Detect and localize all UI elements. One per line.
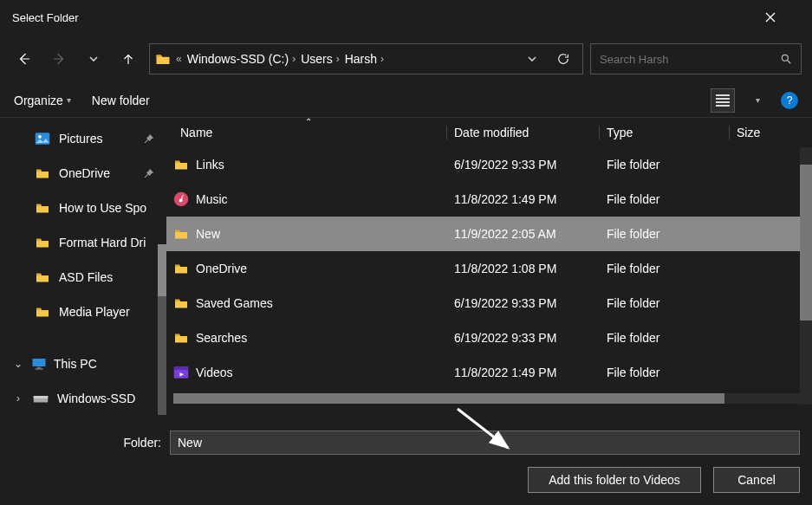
column-headers: ⌃ Name Date modified Type Size [166, 118, 812, 147]
chevron-down-icon[interactable]: ⌄ [12, 358, 24, 370]
file-list: ⌃ Name Date modified Type Size Links6/19… [166, 118, 812, 422]
content-area: PicturesOneDriveHow to Use SpoFormat Har… [0, 118, 812, 422]
vertical-scrollbar[interactable] [800, 147, 812, 405]
column-header-name[interactable]: Name [166, 126, 447, 139]
file-type: File folder [600, 262, 730, 275]
file-type: File folder [600, 192, 730, 206]
folder-icon [35, 202, 50, 214]
address-bar[interactable]: « Windows-SSD (C:)› Users› Harsh› [149, 43, 583, 74]
view-mode-dropdown[interactable]: ▾ [756, 95, 760, 105]
cancel-button[interactable]: Cancel [713, 467, 800, 493]
sidebar-label: Pictures [59, 132, 103, 146]
file-name: Saved Games [196, 296, 273, 310]
sidebar-label: Format Hard Dri [59, 236, 146, 249]
folder-icon [173, 159, 189, 171]
address-history-dropdown[interactable] [520, 54, 544, 64]
folder-icon [35, 271, 50, 283]
file-date: 11/8/2022 1:49 PM [447, 192, 600, 206]
toolbar: Organize ▾ New folder ▾ ? [0, 83, 812, 118]
sidebar-item[interactable]: Media Player [0, 295, 166, 329]
window-title: Select Folder [12, 11, 79, 24]
breadcrumb-item[interactable]: Users› [301, 52, 340, 66]
file-type: File folder [600, 296, 730, 310]
folder-icon [173, 262, 189, 275]
pin-icon [144, 133, 154, 144]
sidebar-item[interactable]: Format Hard Dri [0, 225, 166, 260]
file-type: File folder [600, 331, 730, 345]
column-header-type[interactable]: Type [600, 126, 730, 139]
pin-icon [144, 168, 154, 178]
svg-rect-10 [174, 366, 189, 370]
folder-icon [35, 236, 50, 249]
music-icon [173, 191, 189, 207]
sidebar-this-pc[interactable]: ⌄ This PC [0, 346, 166, 381]
sidebar-item[interactable]: ASD Files [0, 260, 166, 295]
file-row[interactable]: Saved Games6/19/2022 9:33 PMFile folder [166, 286, 812, 320]
svg-rect-7 [34, 396, 49, 398]
sidebar-item[interactable]: Pictures [0, 121, 166, 156]
folder-input[interactable] [170, 431, 800, 455]
refresh-button[interactable] [549, 52, 577, 66]
view-mode-button[interactable] [711, 88, 735, 113]
svg-point-2 [38, 135, 42, 139]
sidebar-label: OneDrive [59, 166, 110, 180]
breadcrumb-item[interactable]: Windows-SSD (C:)› [187, 52, 296, 66]
monitor-icon [31, 357, 47, 371]
up-button[interactable] [114, 45, 142, 73]
file-name: Links [196, 158, 224, 172]
folder-icon [173, 332, 189, 344]
sidebar: PicturesOneDriveHow to Use SpoFormat Har… [0, 118, 166, 422]
column-header-size[interactable]: Size [730, 126, 812, 139]
file-type: File folder [600, 227, 730, 241]
nav-row: « Windows-SSD (C:)› Users› Harsh› [0, 35, 812, 83]
file-type: File folder [600, 158, 730, 172]
folder-icon [35, 167, 50, 179]
breadcrumb-item[interactable]: Harsh› [345, 52, 384, 66]
file-name: Searches [196, 331, 247, 345]
sidebar-item[interactable]: OneDrive [0, 156, 166, 191]
sidebar-drive[interactable]: › Windows-SSD [0, 381, 166, 416]
folder-icon [173, 228, 189, 240]
footer: Folder: Add this folder to Videos Cancel [0, 422, 812, 505]
horizontal-scrollbar[interactable] [173, 393, 800, 404]
sidebar-item[interactable]: How to Use Spo [0, 191, 166, 225]
folder-icon [35, 306, 50, 318]
sort-indicator-icon: ⌃ [305, 117, 312, 126]
recent-dropdown[interactable] [80, 45, 107, 73]
file-row[interactable]: OneDrive11/8/2022 1:08 PMFile folder [166, 251, 812, 286]
search-box[interactable] [590, 43, 802, 74]
forward-button[interactable] [45, 45, 73, 73]
column-header-date[interactable]: Date modified [447, 126, 600, 139]
file-name: Videos [196, 366, 233, 379]
file-name: OneDrive [196, 262, 247, 275]
pictures-icon [35, 132, 50, 146]
svg-rect-3 [33, 359, 46, 366]
sidebar-scrollbar[interactable] [158, 244, 166, 415]
chevron-right-icon: › [380, 53, 384, 65]
back-button[interactable] [10, 45, 38, 73]
sidebar-label: Media Player [59, 305, 130, 319]
breadcrumb-overflow[interactable]: « [176, 53, 182, 65]
file-row[interactable]: Music11/8/2022 1:49 PMFile folder [166, 182, 812, 217]
file-row[interactable]: Searches6/19/2022 9:33 PMFile folder [166, 320, 812, 355]
organize-menu[interactable]: Organize ▾ [14, 94, 71, 107]
file-row[interactable]: Videos11/8/2022 1:49 PMFile folder [166, 355, 812, 390]
file-date: 6/19/2022 9:33 PM [447, 158, 600, 172]
close-button[interactable] [765, 12, 800, 23]
chevron-right-icon[interactable]: › [12, 392, 24, 405]
file-row[interactable]: New11/9/2022 2:05 AMFile folder [166, 217, 812, 251]
file-name: New [196, 227, 220, 241]
search-input[interactable] [600, 53, 780, 66]
titlebar: Select Folder [0, 0, 812, 35]
svg-point-0 [782, 55, 788, 61]
file-type: File folder [600, 366, 730, 379]
sidebar-label: Windows-SSD [57, 392, 135, 405]
svg-rect-4 [37, 367, 42, 369]
chevron-down-icon: ▾ [67, 95, 71, 105]
file-row[interactable]: Links6/19/2022 9:33 PMFile folder [166, 147, 812, 182]
folder-icon [155, 51, 171, 67]
help-button[interactable]: ? [781, 92, 798, 109]
add-folder-button[interactable]: Add this folder to Videos [528, 467, 701, 493]
new-folder-button[interactable]: New folder [92, 94, 150, 107]
search-icon [780, 53, 792, 65]
